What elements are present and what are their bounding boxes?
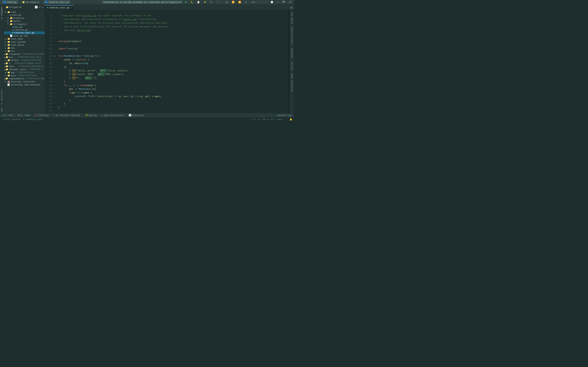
git-branch[interactable]: Git: mast...	[271, 118, 287, 121]
ln-20: 20	[46, 80, 52, 83]
editor-tab-close-reverse-test[interactable]: ✕	[70, 7, 71, 9]
build-project-button[interactable]: ⬛	[215, 0, 221, 4]
sidebar-collapse-icon[interactable]: ⬜	[35, 6, 38, 9]
settings-button[interactable]: ⚙	[288, 0, 292, 4]
step-into-button[interactable]: ⏬	[231, 0, 236, 4]
project-dropdown-arrow[interactable]: ▼	[20, 6, 21, 8]
git-history-button[interactable]: 🕐	[269, 0, 275, 4]
bottom-item-version-control[interactable]: ↕ 9: Version Control	[53, 114, 81, 117]
build-button[interactable]: 🔨	[209, 0, 214, 4]
run-button[interactable]: ▶	[184, 0, 188, 4]
code-line-5: * use it only in accordance with the ter…	[58, 25, 288, 29]
bottom-item-event-log[interactable]: ● Event Log	[276, 114, 292, 117]
tree-item-openapi[interactable]: ▶ 📁 openapi [ecs-openapi-service-aliyun-…	[4, 68, 45, 71]
cursor-position[interactable]: 1:1	[251, 118, 255, 121]
tree-item-doc-go[interactable]: ● doc.go	[4, 26, 45, 29]
debug-button[interactable]: 🐛	[189, 0, 195, 4]
fold-gutter: − ▶ −	[53, 10, 57, 113]
step-over-button[interactable]: ⏭	[225, 0, 229, 4]
tree-item-reverse-test-go[interactable]: ● reverse_test.go	[4, 31, 45, 34]
fold-1[interactable]: −	[54, 11, 55, 13]
right-tab-any-build[interactable]: Any Build	[290, 11, 293, 25]
tree-item-pop[interactable]: ▶ 📁 pop ~/Code/work/pop	[4, 71, 45, 74]
code-line-4: * Information"). You shall not disclose …	[58, 21, 288, 25]
editor-tab-reverse-test[interactable]: ● reverse_test.go ✕	[45, 5, 74, 10]
tree-item-ecs[interactable]: ▶ 📁 ecs	[4, 50, 45, 53]
right-tab-bean-validation[interactable]: Bean Validation	[290, 72, 293, 94]
bottom-item-todo[interactable]: ☰ 6: TODO	[17, 114, 31, 117]
tree-item-cool-java[interactable]: ▶ 📁 cool.java	[4, 37, 45, 40]
git-check-button[interactable]: ✓	[264, 0, 268, 4]
tree-item-pync[interactable]: ▶ 📁 pync ~/Code/work/pync	[4, 74, 45, 77]
right-tab-maven[interactable]: Maven Projects	[290, 26, 293, 46]
tree-item-hello[interactable]: ▶ 📁 hello	[4, 20, 45, 23]
editor-main: 1 2 3 4 5 6 7 8 9 10 11 12 13	[45, 10, 294, 113]
spring-label: Spring	[89, 114, 97, 117]
tree-item-metaserver[interactable]: ▶ 📁 metaserver [ecs-metaserver] ~/Code/w…	[4, 65, 45, 68]
bottom-item-spring[interactable]: 🌿 Spring	[84, 114, 98, 117]
bottom-item-java-enterprise[interactable]: ☕ Java Enterprise	[100, 114, 125, 117]
tree-item-external-libs[interactable]: ▶ 📚 External Libraries	[4, 80, 45, 83]
bottom-item-terminal[interactable]: ⬛ Terminal	[34, 114, 50, 117]
tree-item-cool-go[interactable]: ● cool.go	[4, 14, 45, 17]
tree-item-ecs-bazaar[interactable]: ▶ 📁 ecs-bazaar [ecs-bazaar-service] ~/Co…	[4, 56, 45, 59]
sidebar-close-icon[interactable]: ✕	[42, 6, 43, 9]
coverage-button[interactable]: 📋	[196, 0, 201, 4]
tree-item-regionmaster[interactable]: ▶ 📁 regionmaster ~/Code/work/regionmaste…	[4, 77, 45, 80]
run-config-dropdown[interactable]: TestReverse in gitlab.alibaba-inc.com/co…	[102, 1, 182, 4]
tree-item-reverse-go[interactable]: ● reverse.go	[4, 29, 45, 31]
tree-icon-image-verify: 📁	[5, 62, 8, 65]
run-to-cursor-button[interactable]: ➡	[243, 0, 248, 4]
sidebar-gear-icon[interactable]: ⚙	[39, 6, 40, 9]
right-tab-database[interactable]: Database	[290, 47, 293, 59]
bottom-item-run[interactable]: ▶ 4: Run	[2, 114, 14, 117]
ln-27: 27	[46, 106, 52, 109]
tree-item-cool-python[interactable]: ▶ 📁 cool.python	[4, 40, 45, 43]
editor-settings-button[interactable]: ⚙	[289, 6, 294, 10]
tree-item-stringutil[interactable]: ▼ 📁 stringutil	[4, 23, 45, 26]
code-editor[interactable]: 1 2 3 4 5 6 7 8 9 10 11 12 13	[45, 10, 290, 113]
fold-14[interactable]: −	[54, 58, 55, 61]
tree-item-cool-go-iml[interactable]: 📄 cool.go.iml	[4, 34, 45, 37]
top-tab-icon-stringutil: 📁	[22, 1, 25, 3]
tree-icon-hello: 📁	[10, 20, 13, 22]
tree-item-scratches[interactable]: 📝 Scratches and Consoles	[4, 83, 45, 86]
git-ok-button[interactable]: ✓	[258, 0, 263, 4]
fold-23[interactable]: −	[54, 91, 55, 94]
tree-item-image-verify[interactable]: ▶ 📁 image.verify [image-verify-api] ~/Co…	[4, 62, 45, 65]
fold-26[interactable]: −	[54, 102, 55, 105]
encoding[interactable]: UTF-8	[262, 118, 269, 121]
code-line-9: package stringutil	[58, 40, 288, 43]
sidebar-header-left: 📁 Project ▼	[6, 6, 21, 8]
fold-21[interactable]: −	[54, 84, 55, 87]
top-tab-stringutil[interactable]: 📁 stringutil	[20, 0, 41, 4]
git-revert-button[interactable]: ↩	[276, 0, 280, 4]
line-ending[interactable]: LF	[258, 118, 260, 121]
tree-icon-cool: 📁	[7, 11, 10, 13]
search-button[interactable]: 🔍	[281, 0, 287, 4]
tree-icon-cool-go: ●	[10, 14, 11, 16]
bottom-item-statistic[interactable]: 📊 Statistic	[127, 114, 145, 117]
sidebar: 📁 Project ▼ ⬜ ⚙ ✕ ▼ 📁 cool	[4, 4, 45, 113]
step-out-button[interactable]: ⏫	[237, 0, 242, 4]
tree-item-ebs[interactable]: ▶ 📁 ebs	[4, 47, 45, 50]
ln-23: 23	[46, 91, 52, 95]
tree-item-ecsproxy[interactable]: ▶ 📁 ecsproxy	[4, 17, 45, 20]
tree-item-ectest[interactable]: ▶ 📁 EcTest ~/Code/work/EcTest	[4, 59, 45, 62]
top-tab-cool-go[interactable]: 🔵 cool.go	[2, 0, 18, 4]
tree-item-cool-shell[interactable]: ▶ 📁 cool.shell	[4, 43, 45, 47]
ln-19: 19	[46, 76, 52, 80]
test-status-message: Tests passed: 1 (moments ago)	[4, 118, 43, 121]
tree-icon-cloudinit: 📁	[5, 53, 8, 55]
tree-item-cloudinit[interactable]: ▶ 📁 cloudinit ~/Code/work/cloudinit	[4, 53, 45, 56]
left-tab-project[interactable]: 1: Project	[0, 5, 3, 21]
tree-item-cool[interactable]: ▼ 📁 cool	[4, 11, 45, 14]
left-tab-favorites[interactable]: 2: Favorites	[0, 88, 3, 106]
run-gutter-13[interactable]: ▶	[54, 55, 55, 57]
profile-button[interactable]: ⚡	[202, 0, 208, 4]
fold-16[interactable]: −	[54, 66, 55, 68]
top-tab-reverse-test[interactable]: 🔵 reverse_test.go	[43, 0, 70, 4]
tree-icon-ecs-bazaar: 📁	[6, 56, 8, 58]
right-tab-strview[interactable]: StrView	[290, 60, 293, 72]
left-tab-web[interactable]: Web	[0, 106, 3, 113]
